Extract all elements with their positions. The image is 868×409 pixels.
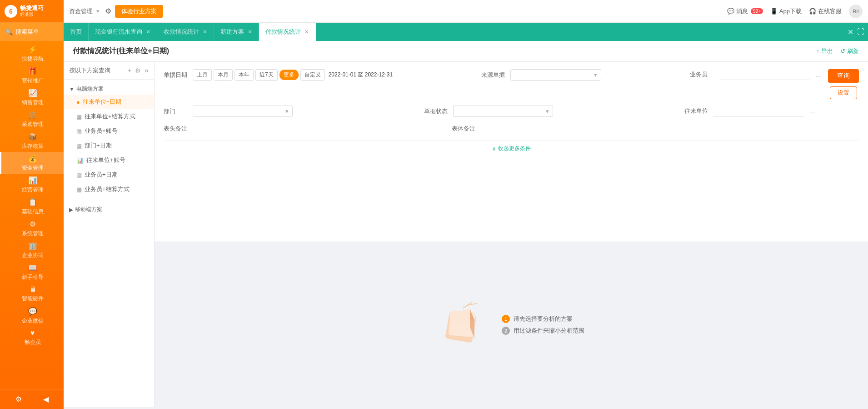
date-btn-this-year[interactable]: 本年 bbox=[234, 69, 254, 81]
page-header-actions: ↑ 导出 ↺ 刷新 bbox=[817, 47, 859, 56]
app-download-action[interactable]: 📱 App下载 bbox=[770, 7, 802, 15]
sidebar-item-basic-info[interactable]: 📋 基础信息 bbox=[0, 196, 64, 217]
counterpart-input[interactable] bbox=[713, 106, 804, 116]
filter-field-source: 来源单据 ▾ bbox=[481, 69, 601, 81]
sidebar-item-system[interactable]: ⚙ 系统管理 bbox=[0, 217, 64, 239]
sidebar-item-vip[interactable]: ♥ 畅会员 bbox=[0, 327, 64, 348]
app-edition: 标准版 bbox=[20, 11, 44, 18]
plan-item-staff-account[interactable]: ▦ 业务员+账号 bbox=[64, 124, 154, 138]
sidebar-item-finance[interactable]: 💰 资金管理 bbox=[0, 152, 64, 174]
message-label: 消息 bbox=[736, 7, 748, 15]
staff-label: 业务员 bbox=[690, 71, 715, 79]
tab-payment-stats[interactable]: 付款情况统计 ✕ bbox=[259, 23, 316, 41]
sidebar: 6 畅捷通巧 标准版 🔍 搜索菜单 ⚡ 快捷导航 🎁 营销推广 📈 销售管理 🛒… bbox=[0, 0, 64, 409]
plan-item-label: 往来单位+结算方式 bbox=[85, 112, 135, 121]
user-avatar[interactable]: Rit bbox=[849, 5, 863, 18]
date-btn-custom[interactable]: 自定义 bbox=[300, 69, 325, 81]
plan-item-icon: ▦ bbox=[76, 172, 82, 178]
plan-item-counterpart-date[interactable]: ● 往来单位+日期 bbox=[64, 95, 154, 109]
sidebar-item-marketing[interactable]: 🎁 营销推广 bbox=[0, 65, 64, 86]
export-label: 导出 bbox=[821, 47, 833, 56]
plan-item-dept-date[interactable]: ▦ 部门+日期 bbox=[64, 138, 154, 153]
date-btn-last-month[interactable]: 上月 bbox=[193, 69, 212, 81]
staff-input[interactable] bbox=[719, 69, 810, 80]
sidebar-search[interactable]: 🔍 搜索菜单 bbox=[0, 23, 64, 41]
breadcrumb: 资金管理 bbox=[69, 7, 93, 15]
tab-payment-stats-close-icon[interactable]: ✕ bbox=[304, 29, 309, 35]
sidebar-collapse-button[interactable]: ◀ bbox=[43, 395, 49, 404]
sidebar-settings-button[interactable]: ⚙ bbox=[15, 395, 22, 404]
basic-info-icon: 📋 bbox=[28, 198, 37, 207]
tab-new-plan-close-icon[interactable]: ✕ bbox=[248, 29, 252, 35]
sidebar-item-hardware[interactable]: 🖥 智能硬件 bbox=[0, 283, 64, 305]
step-num-1: 1 bbox=[502, 315, 510, 323]
tab-receipt-stats-close-icon[interactable]: ✕ bbox=[203, 29, 207, 35]
plan-item-counterpart-account[interactable]: 📊 往来单位+账号 bbox=[64, 153, 154, 167]
sidebar-item-sales[interactable]: 📈 销售管理 bbox=[0, 86, 64, 108]
sidebar-item-purchase[interactable]: 🛒 采购管理 bbox=[0, 108, 64, 130]
date-btn-more[interactable]: 更多 bbox=[279, 70, 299, 80]
filter-actions: 查询 设置 bbox=[828, 69, 859, 99]
sidebar-nav: ⚡ 快捷导航 🎁 营销推广 📈 销售管理 🛒 采购管理 📦 库存核算 💰 资金管… bbox=[0, 41, 64, 389]
empty-step-1: 1 请先选择要分析的方案 bbox=[502, 315, 584, 323]
body-note-input[interactable] bbox=[481, 123, 599, 134]
trial-button[interactable]: 体验行业方案 bbox=[115, 5, 163, 18]
doc-status-select[interactable]: ▾ bbox=[453, 106, 553, 117]
online-service-action[interactable]: 🎧 在线客服 bbox=[809, 7, 842, 15]
plan-item-staff-settle[interactable]: ▦ 业务员+结算方式 bbox=[64, 182, 154, 197]
sidebar-item-label: 经营管理 bbox=[22, 186, 44, 194]
sidebar-item-operations[interactable]: 📊 经营管理 bbox=[0, 174, 64, 196]
collapse-bar[interactable]: ∧ 收起更多条件 bbox=[164, 141, 859, 156]
left-panel-icons: + ⚙ » bbox=[128, 66, 149, 75]
refresh-button[interactable]: ↺ 刷新 bbox=[840, 47, 859, 56]
header-note-input[interactable] bbox=[193, 123, 311, 134]
panel-collapse-icon[interactable]: » bbox=[145, 66, 149, 75]
tab-expand-icon[interactable]: ⛶ bbox=[857, 28, 864, 36]
step-1-label: 请先选择要分析的方案 bbox=[514, 315, 573, 323]
add-plan-icon[interactable]: + bbox=[128, 67, 131, 74]
topbar: 资金管理 ▾ ⚙ 体验行业方案 💬 消息 99+ 📱 App下载 🎧 在线客服 … bbox=[64, 0, 868, 23]
header-note-label: 表头备注 bbox=[164, 125, 189, 133]
tabs-bar: 首页 现金银行流水查询 ✕ 收款情况统计 ✕ 新建方案 ✕ 付款情况统计 ✕ ✕… bbox=[64, 23, 868, 41]
sidebar-item-guide[interactable]: 📖 新手引导 bbox=[0, 261, 64, 283]
counterpart-more-icon[interactable]: ... bbox=[810, 107, 815, 115]
tabs-right: ✕ ⛶ bbox=[844, 23, 868, 41]
tab-home[interactable]: 首页 bbox=[64, 23, 89, 41]
sidebar-item-quick-nav[interactable]: ⚡ 快捷导航 bbox=[0, 43, 64, 65]
dept-label: 部门 bbox=[164, 107, 189, 116]
plan-item-icon: ▦ bbox=[76, 128, 82, 135]
sidebar-item-enterprise[interactable]: 🏢 企业协同 bbox=[0, 239, 64, 261]
sales-icon: 📈 bbox=[28, 89, 37, 97]
plan-item-icon: ▦ bbox=[76, 113, 82, 120]
sidebar-logo: 6 畅捷通巧 标准版 bbox=[0, 0, 64, 23]
dept-select[interactable]: ▾ bbox=[193, 106, 293, 117]
step-2-label: 用过滤条件来缩小分析范围 bbox=[514, 327, 584, 335]
tab-receipt-stats[interactable]: 收款情况统计 ✕ bbox=[157, 23, 214, 41]
source-select[interactable]: ▾ bbox=[510, 69, 601, 81]
tab-new-plan[interactable]: 新建方案 ✕ bbox=[214, 23, 259, 41]
plan-item-counterpart-settle[interactable]: ▦ 往来单位+结算方式 bbox=[64, 109, 154, 124]
filter-field-dept: 部门 ▾ bbox=[164, 106, 293, 117]
empty-steps: 1 请先选择要分析的方案 2 用过滤条件来缩小分析范围 bbox=[502, 315, 584, 335]
step-num-2: 2 bbox=[502, 327, 510, 335]
plan-group-pc-title[interactable]: ▼ 电脑端方案 bbox=[64, 83, 154, 95]
sidebar-item-label: 新手引导 bbox=[22, 273, 44, 281]
query-button[interactable]: 查询 bbox=[828, 69, 859, 83]
plan-item-staff-date[interactable]: ▦ 业务员+日期 bbox=[64, 167, 154, 182]
plan-item-label: 业务员+日期 bbox=[85, 171, 118, 179]
sidebar-item-wechat[interactable]: 💬 企业微信 bbox=[0, 305, 64, 327]
plan-settings-icon[interactable]: ⚙ bbox=[135, 67, 141, 74]
sidebar-item-inventory[interactable]: 📦 库存核算 bbox=[0, 130, 64, 152]
staff-more-icon[interactable]: ... bbox=[815, 71, 821, 78]
sidebar-item-label: 库存核算 bbox=[22, 142, 44, 150]
date-btn-this-month[interactable]: 本月 bbox=[214, 69, 233, 81]
tab-close-all-icon[interactable]: ✕ bbox=[848, 28, 853, 36]
settings-button[interactable]: 设置 bbox=[830, 86, 857, 99]
plan-group-mobile-title[interactable]: ▶ 移动端方案 bbox=[64, 204, 154, 215]
topbar-settings-icon[interactable]: ⚙ bbox=[105, 7, 111, 15]
tab-bank-flow-close-icon[interactable]: ✕ bbox=[146, 29, 150, 35]
date-btn-last-7[interactable]: 近7天 bbox=[255, 69, 278, 81]
tab-bank-flow[interactable]: 现金银行流水查询 ✕ bbox=[89, 23, 157, 41]
message-action[interactable]: 💬 消息 99+ bbox=[727, 7, 763, 15]
export-button[interactable]: ↑ 导出 bbox=[817, 47, 833, 56]
